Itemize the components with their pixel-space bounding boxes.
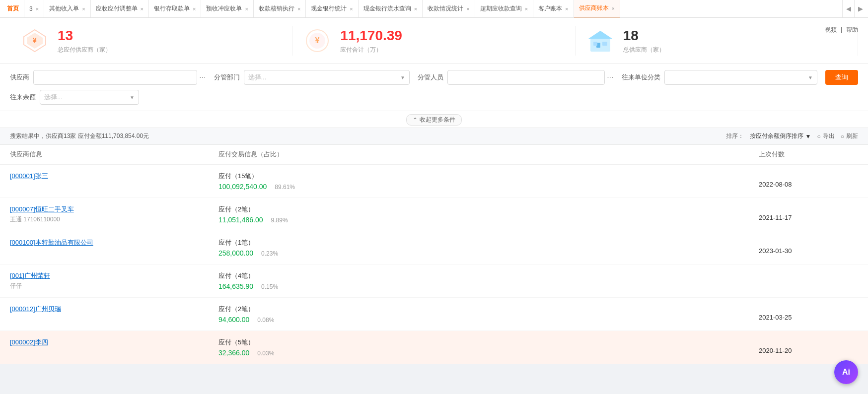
sort-label: 排序： [726, 132, 744, 140]
nav-arrow-left[interactable]: ◀ [842, 0, 854, 18]
tx-label: 应付（2笔） [218, 205, 759, 214]
table-body: [000001]张三 应付（15笔） 100,092,540.00 89.61%… [0, 165, 868, 364]
supplier-sub: 王通 17106110000 [10, 215, 218, 224]
supplier-link[interactable]: [000001]张三 [10, 172, 218, 181]
summary-card-total-suppliers: 18 总供应商（家） [576, 26, 858, 56]
amount-icon: ¥ [302, 26, 332, 56]
nav-tab-verify[interactable]: 收款核销执行 × [254, 0, 306, 18]
right-actions: 排序： 按应付余额倒序排序 ▼ ○ 导出 ○ 刷新 [726, 132, 858, 140]
supplier-link[interactable]: [000007]恒旺二手叉车 [10, 205, 218, 214]
nav-tab-adjustment[interactable]: 应收应付调整单 × [91, 0, 149, 18]
filter-balance: 往来余额 选择... ▼ [10, 90, 139, 105]
last-payment-cell: 2023-01-30 [759, 238, 858, 255]
tx-percent: 0.08% [257, 317, 274, 324]
transaction-cell: 应付（1笔） 258,000.00 0.23% [218, 238, 759, 257]
svg-text:¥: ¥ [315, 36, 320, 45]
results-bar: 搜索结果中，供应商13家 应付金额111,703,854.00元 排序： 按应付… [0, 128, 868, 145]
supplier-link[interactable]: [000012]广州贝瑞 [10, 305, 218, 314]
nav-tab-cash-stat[interactable]: 现金银行统计 × [306, 0, 358, 18]
nav-tab-collection-stat[interactable]: 收款情况统计 × [423, 0, 475, 18]
supplier-dots-icon[interactable]: ··· [199, 73, 206, 82]
store-icon [585, 26, 615, 56]
dept-select[interactable]: 选择... ▼ [244, 70, 410, 85]
sort-chevron-icon: ▼ [805, 133, 811, 140]
close-icon[interactable]: × [565, 6, 568, 12]
refresh-button[interactable]: ○ 刷新 [841, 132, 858, 140]
filter-supplier: 供应商 ··· [10, 70, 206, 85]
total-suppliers-label: 总供应商（家） [623, 46, 665, 54]
filter-category: 往来单位分类 ▼ [622, 70, 818, 85]
sort-button[interactable]: 按应付余额倒序排序 ▼ [750, 132, 811, 140]
help-link[interactable]: 帮助 [846, 26, 858, 34]
tx-amount-row: 258,000.00 0.23% [218, 249, 759, 257]
supplier-cell: [001]广州荣轩 仔仔 [10, 271, 218, 290]
tx-percent: 89.61% [275, 184, 295, 191]
summary-area: ¥ 13 总应付供应商（家） ¥ 11,170.39 应付合计（万） [0, 18, 868, 64]
supplier-input[interactable] [33, 70, 197, 85]
tx-label: 应付（15笔） [218, 172, 759, 181]
nav-arrow-right[interactable]: ▶ [854, 0, 866, 18]
collapse-button[interactable]: ⌃ 收起更多条件 [406, 114, 462, 126]
supplier-link[interactable]: [000002]李四 [10, 338, 218, 347]
header-supplier: 供应商信息 [10, 150, 218, 159]
export-button[interactable]: ○ 导出 [817, 132, 835, 140]
tx-amount-row: 94,600.00 0.08% [218, 316, 759, 324]
nav-tab-home[interactable]: 首页 [2, 0, 24, 18]
tab-advance-label: 预收冲应收单 [206, 4, 242, 13]
person-input[interactable] [447, 70, 605, 85]
tx-amount-link[interactable]: 32,366.00 [218, 349, 249, 357]
video-link[interactable]: 视频 [825, 26, 837, 34]
nav-tab-customer-account[interactable]: 客户账本 × [533, 0, 574, 18]
nav-tab-other-income[interactable]: 其他收入单 × [44, 0, 90, 18]
tx-amount-link[interactable]: 164,635.90 [218, 282, 253, 290]
supplier-cell: [000002]李四 [10, 338, 218, 347]
nav-tab-cash-flow[interactable]: 现金银行流水查询 × [359, 0, 423, 18]
close-icon[interactable]: × [141, 6, 144, 12]
nav-tab-overdue[interactable]: 超期应收款查询 × [475, 0, 533, 18]
nav-tab-3[interactable]: 3 × [24, 0, 44, 18]
top-links: 视频 | 帮助 [825, 26, 858, 34]
supplier-link[interactable]: [001]广州荣轩 [10, 271, 218, 280]
nav-tab-advance[interactable]: 预收冲应收单 × [201, 0, 253, 18]
balance-select[interactable]: 选择... ▼ [40, 90, 139, 105]
table-row: [000012]广州贝瑞 应付（2笔） 94,600.00 0.08% 2021… [0, 298, 868, 331]
close-icon[interactable]: × [350, 6, 353, 12]
tx-amount-link[interactable]: 11,051,486.00 [218, 216, 263, 224]
tx-percent: 0.23% [261, 250, 278, 257]
collapse-up-icon: ⌃ [413, 117, 418, 124]
close-icon[interactable]: × [466, 6, 469, 12]
close-icon[interactable]: × [525, 6, 528, 12]
close-icon[interactable]: × [82, 6, 85, 12]
payable-suppliers-number: 13 [58, 27, 111, 44]
tx-amount-link[interactable]: 94,600.00 [218, 316, 249, 324]
payable-amount-label: 应付合计（万） [340, 46, 402, 54]
person-dots-icon[interactable]: ··· [607, 73, 613, 82]
query-button[interactable]: 查询 [825, 70, 858, 85]
supplier-link[interactable]: [000100]本特勤油品有限公司 [10, 238, 218, 247]
close-icon[interactable]: × [245, 6, 248, 12]
tx-amount-row: 11,051,486.00 9.89% [218, 216, 759, 224]
close-icon[interactable]: × [612, 5, 615, 11]
supplier-sub: 仔仔 [10, 282, 218, 290]
balance-label: 往来余额 [10, 93, 36, 102]
nav-arrows: ◀ ▶ [842, 0, 866, 18]
nav-tab-bank[interactable]: 银行存取款单 × [149, 0, 201, 18]
balance-placeholder: 选择... [44, 93, 63, 102]
category-label: 往来单位分类 [622, 73, 660, 82]
nav-tab-supplier-account[interactable]: 供应商账本 × [574, 0, 620, 18]
tx-amount-link[interactable]: 258,000.00 [218, 249, 253, 257]
transaction-cell: 应付（15笔） 100,092,540.00 89.61% [218, 172, 759, 191]
close-icon[interactable]: × [193, 6, 196, 12]
summary-info-total: 18 总供应商（家） [623, 27, 665, 55]
category-select[interactable]: ▼ [664, 70, 818, 85]
tx-label: 应付（1笔） [218, 238, 759, 247]
close-icon[interactable]: × [414, 6, 417, 12]
close-icon[interactable]: × [36, 6, 39, 12]
tx-label: 应付（2笔） [218, 305, 759, 314]
tab-verify-label: 收款核销执行 [259, 4, 294, 13]
close-icon[interactable]: × [297, 6, 300, 12]
summary-card-payable-suppliers: ¥ 13 总应付供应商（家） [10, 26, 292, 56]
tx-amount-link[interactable]: 100,092,540.00 [218, 183, 267, 191]
tab-overdue-label: 超期应收款查询 [480, 4, 522, 13]
export-icon: ○ [817, 133, 821, 140]
